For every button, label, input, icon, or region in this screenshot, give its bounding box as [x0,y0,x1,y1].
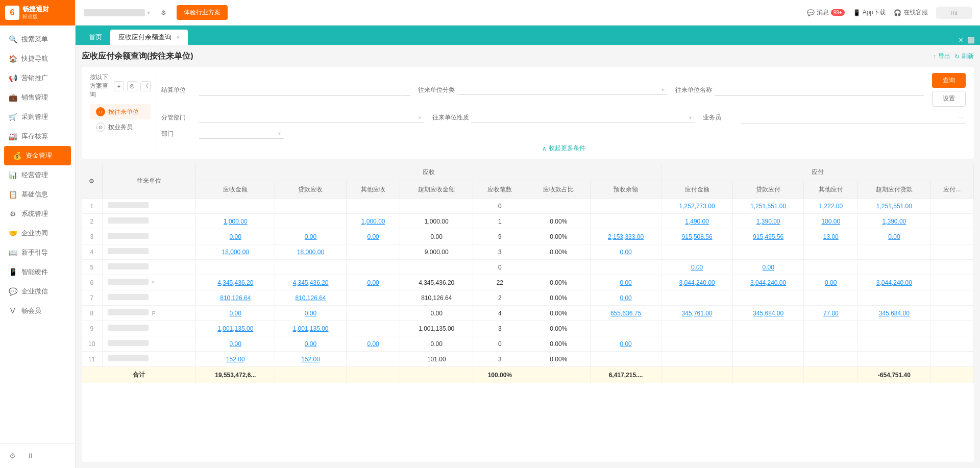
row-ar-loan[interactable]: 1,001,135.00 [275,321,347,336]
sidebar-item-hardware[interactable]: 📱 智能硬件 [0,262,75,282]
row-ap-loan[interactable]: 0.00 [732,260,804,275]
row-ap-amount[interactable]: 345,761.00 [662,306,733,321]
sidebar-item-guide[interactable]: 📖 新手引导 [0,243,75,262]
settlement-unit-field[interactable] [199,84,401,95]
row-ap-overdue[interactable]: 1,251,551.00 [858,199,930,214]
row-ar-amount[interactable]: 1,001,135.00 [196,321,275,336]
messages-btn[interactable]: 💬 消息 99+ [807,8,845,17]
row-ap-amount[interactable]: 915,508.56 [662,229,733,244]
row-ap-amount[interactable]: 3,044,240.00 [662,275,733,290]
app-download-btn[interactable]: 📱 App下载 [853,8,886,17]
row-ar-prepay[interactable]: 0.00 [590,275,662,290]
sidebar-item-member[interactable]: Ⅴ 畅会员 [0,301,75,321]
row-ar-amount[interactable]: 1,000.00 [196,214,275,229]
window-expand-icon[interactable]: ⬜ [967,37,975,44]
unit-name-field[interactable] [714,84,924,96]
row-ap-amount[interactable]: 1,490.00 [662,214,733,229]
unit-category-dropdown[interactable]: ▾ [457,85,667,95]
row-ar-prepay[interactable]: 2,153,333.00 [590,229,662,244]
user-avatar[interactable]: Rit [936,7,972,19]
filter-by-unit[interactable]: ⊙ 按往来单位 [90,104,151,119]
tab-ar-query[interactable]: 应收应付余额查询 × [110,30,188,45]
window-close-icon[interactable]: × [959,36,963,45]
promo-button[interactable]: 体验行业方案 [177,5,228,20]
row-ar-overdue: 810,126.64 [400,290,473,306]
table-settings-icon[interactable]: ⚙ [89,178,94,185]
row-ar-other[interactable]: 0.00 [346,275,400,290]
row-ar-other[interactable]: 1,000.00 [346,214,400,229]
row-ar-loan[interactable]: 0.00 [275,336,347,352]
salesperson-field[interactable] [741,112,957,123]
row-ar-prepay[interactable]: 0.00 [590,244,662,260]
row-ap-loan[interactable]: 345,684.00 [732,306,804,321]
row-ap-overdue[interactable]: 0.00 [858,229,930,244]
customer-service-btn[interactable]: 🎧 在线客服 [894,8,928,17]
row-ap-loan[interactable]: 915,495.56 [732,229,804,244]
sidebar-item-search[interactable]: 🔍 搜索菜单 [0,30,75,49]
sidebar-item-wechat[interactable]: 💬 企业微信 [0,282,75,301]
sidebar-collapse-btn[interactable]: ⏸ [23,449,38,463]
unit-nature-dropdown[interactable]: ▾ [471,113,695,123]
sidebar-item-quicknav[interactable]: 🏠 快捷导航 [0,49,75,68]
sidebar-item-marketing[interactable]: 📢 营销推广 [0,68,75,88]
sidebar-item-purchase[interactable]: 🛒 采购管理 [0,107,75,127]
sidebar-item-basic[interactable]: 📋 基础信息 [0,185,75,204]
row-ar-amount[interactable]: 0.00 [196,306,275,321]
row-ap-amount[interactable]: 1,252,773.00 [662,199,733,214]
dept-dropdown[interactable]: ▾ [199,129,284,139]
row-ar-amount[interactable]: 4,345,436.20 [196,275,275,290]
row-ap-loan[interactable]: 1,251,551.00 [732,199,804,214]
row-ar-loan[interactable]: 152.00 [275,352,347,367]
row-ap-overdue[interactable]: 3,044,240.00 [858,275,930,290]
row-ar-prepay[interactable]: 0.00 [590,290,662,306]
row-ar-amount[interactable]: 152.00 [196,352,275,367]
row-ar-other[interactable]: 0.00 [346,336,400,352]
settlement-unit-input[interactable]: ··· [199,84,410,96]
add-scheme-btn[interactable]: + [114,81,124,91]
row-ap-other[interactable]: 13.00 [804,229,858,244]
row-ap-loan[interactable]: 1,390.00 [732,214,804,229]
sidebar-item-label: 搜索菜单 [21,35,48,44]
row-ap-loan[interactable]: 3,044,240.00 [732,275,804,290]
row-ap-other[interactable]: 1,222.00 [804,199,858,214]
row-ar-loan[interactable]: 4,345,436.20 [275,275,347,290]
row-ap-other[interactable]: 77.00 [804,306,858,321]
refresh-btn[interactable]: ↻ 刷新 [954,52,974,61]
query-btn[interactable]: 查询 [932,73,966,88]
row-ar-loan[interactable]: 18,000.00 [275,244,347,260]
sidebar-settings-btn[interactable]: ⚙ [5,449,19,463]
tab-close-icon[interactable]: × [177,34,180,40]
row-ap-other[interactable]: 0.00 [804,275,858,290]
sidebar-item-sales[interactable]: 💼 销售管理 [0,88,75,107]
filter-by-staff[interactable]: ⊙ 按业务员 [90,119,151,135]
row-ar-amount[interactable]: 0.00 [196,229,275,244]
dept-managed-dropdown[interactable]: ▾ [199,113,424,123]
collapse-scheme-btn[interactable]: 《 [140,81,151,91]
row-ap-overdue[interactable]: 1,390.00 [858,214,930,229]
sidebar-item-system[interactable]: ⚙ 系统管理 [0,204,75,224]
row-ap-other[interactable]: 100.00 [804,214,858,229]
row-ar-amount[interactable]: 810,126.64 [196,290,275,306]
row-ap-amount[interactable]: 0.00 [662,260,733,275]
row-ar-loan[interactable]: 0.00 [275,229,347,244]
row-ar-loan[interactable]: 810,126.64 [275,290,347,306]
topbar-settings-icon[interactable]: ⚙ [156,6,170,20]
export-btn[interactable]: ↑ 导出 [933,52,950,61]
target-scheme-btn[interactable]: ◎ [127,81,137,91]
th-settings[interactable]: ⚙ [82,164,102,199]
setting-btn[interactable]: 设置 [932,91,966,107]
row-ar-amount[interactable]: 18,000.00 [196,244,275,260]
sidebar-item-capital[interactable]: 💰 资金管理 [4,146,71,165]
row-ar-prepay[interactable]: 0.00 [590,336,662,352]
salesperson-input[interactable]: ··· [741,112,966,124]
sidebar-item-operations[interactable]: 📊 经营管理 [0,165,75,185]
sidebar-item-collab[interactable]: 🤝 企业协同 [0,224,75,243]
row-ar-amount[interactable]: 0.00 [196,336,275,352]
row-ap-overdue[interactable]: 345,684.00 [858,306,930,321]
filter-collapse-btn[interactable]: ∧ 收起更多条件 [161,144,966,153]
row-ar-prepay[interactable]: 655,636.75 [590,306,662,321]
sidebar-item-inventory[interactable]: 🏭 库存核算 [0,127,75,146]
tab-home[interactable]: 首页 [81,30,110,45]
row-ar-loan[interactable]: 0.00 [275,306,347,321]
row-ar-other[interactable]: 0.00 [346,229,400,244]
